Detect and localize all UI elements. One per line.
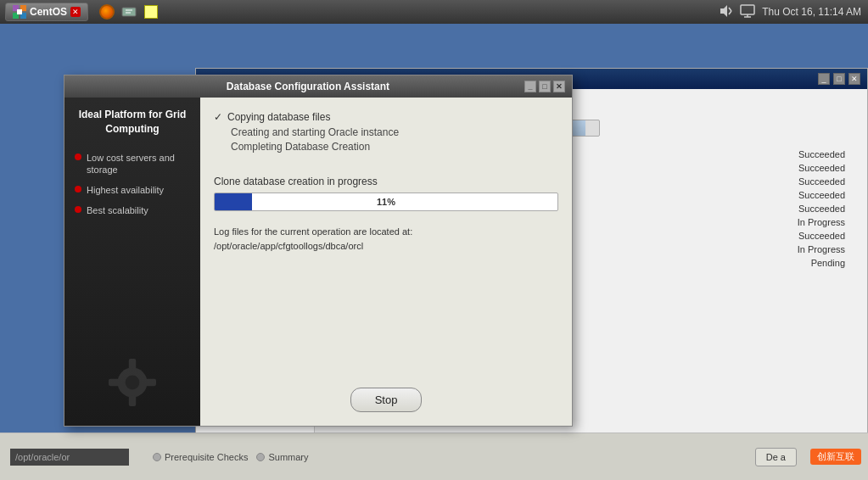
taskbar-app-centos[interactable]: CentOS ✕ xyxy=(5,3,88,21)
bullet-3 xyxy=(75,206,81,213)
volume-icon[interactable] xyxy=(718,3,733,21)
svg-rect-11 xyxy=(741,5,754,14)
bottom-step-summary: Summary xyxy=(256,452,308,462)
dbca-log-line1: Log files for the current operation are … xyxy=(214,225,558,239)
dbca-dialog: Database Configuration Assistant _ □ ✕ I… xyxy=(64,75,573,427)
dbca-minimize-button[interactable]: _ xyxy=(524,81,536,92)
dbca-close-button[interactable]: ✕ xyxy=(553,81,565,92)
desktop: CentOS ✕ xyxy=(0,0,868,480)
dbca-content: Ideal Platform for Grid Computing Low co… xyxy=(64,98,572,426)
taskbar: CentOS ✕ xyxy=(0,0,868,24)
svg-point-28 xyxy=(126,376,140,390)
centos-label: CentOS xyxy=(30,6,67,18)
summary-label: Summary xyxy=(268,452,308,462)
dbca-progress-bar-outer: 11% xyxy=(214,193,558,211)
datetime-label: Thu Oct 16, 11:14 AM xyxy=(762,6,861,18)
dbca-maximize-button[interactable]: □ xyxy=(539,81,551,92)
taskbar-icons xyxy=(98,3,160,20)
centos-close-button[interactable]: ✕ xyxy=(70,7,81,17)
svg-rect-30 xyxy=(129,395,136,406)
dbca-title-buttons: _ □ ✕ xyxy=(524,81,565,92)
bullet-1 xyxy=(75,153,81,160)
dbca-item-1-text: Low cost servers and storage xyxy=(87,152,190,176)
network-icon-btn[interactable] xyxy=(120,3,137,20)
oracle-minimize-button[interactable]: _ xyxy=(818,73,830,85)
dbca-log-section: Log files for the current operation are … xyxy=(214,225,558,253)
taskbar-right: Thu Oct 16, 11:14 AM xyxy=(711,3,868,21)
dbca-sidebar-heading: Ideal Platform for Grid Computing xyxy=(75,108,190,137)
taskbar-left: CentOS ✕ xyxy=(0,3,165,21)
dbca-sidebar-item-1: Low cost servers and storage xyxy=(75,152,190,176)
dbca-sidebar: Ideal Platform for Grid Computing Low co… xyxy=(64,98,200,426)
sidebar-gear-icon xyxy=(103,353,162,412)
summary-circle xyxy=(256,453,265,461)
bottom-path-text: /opt/oracle/or xyxy=(0,449,139,466)
svg-rect-4 xyxy=(17,9,22,14)
svg-rect-31 xyxy=(109,379,120,386)
svg-rect-29 xyxy=(129,359,136,370)
dbca-main: ✓ Copying database files Creating and st… xyxy=(200,98,572,426)
volume-svg xyxy=(718,3,733,19)
prereq-circle xyxy=(153,453,161,461)
dbca-progress-percent: 11% xyxy=(377,197,395,207)
dbca-step-1-label: Copying database files xyxy=(227,111,330,123)
bullet-2 xyxy=(75,186,81,193)
terminal-path[interactable]: /opt/oracle/or xyxy=(10,449,129,466)
prereq-label: Prerequisite Checks xyxy=(165,452,248,462)
dbca-progress-section: Clone database creation in progress 11% xyxy=(214,176,558,218)
de-button[interactable]: De a xyxy=(755,448,797,466)
dbca-title-text: Database Configuration Assistant xyxy=(92,81,524,92)
dbca-item-2-text: Highest availability xyxy=(87,184,164,196)
bottom-steps: Prerequisite Checks Summary xyxy=(139,452,322,462)
bottom-step-prereq: Prerequisite Checks xyxy=(153,452,248,462)
dbca-steps-section: ✓ Copying database files Creating and st… xyxy=(214,111,558,155)
dbca-sidebar-item-3: Best scalability xyxy=(75,204,190,216)
svg-line-9 xyxy=(729,8,731,11)
svg-rect-5 xyxy=(122,8,136,16)
dbca-titlebar: Database Configuration Assistant _ □ ✕ xyxy=(64,75,572,98)
oracle-titlebar-buttons: _ □ ✕ xyxy=(818,73,860,85)
dbca-stop-button-area: Stop xyxy=(214,388,558,412)
oracle-close-button[interactable]: ✕ xyxy=(848,73,860,85)
dbca-item-3-text: Best scalability xyxy=(87,204,148,216)
firefox-icon-btn[interactable] xyxy=(98,3,115,20)
oracle-maximize-button[interactable]: □ xyxy=(833,73,845,85)
screen-svg xyxy=(740,3,755,19)
dbca-step-1-row: ✓ Copying database files xyxy=(214,111,558,123)
dbca-progress-bar-fill xyxy=(215,193,252,210)
note-icon-btn[interactable] xyxy=(143,3,160,20)
watermark-label: 创新互联 xyxy=(810,449,861,465)
svg-line-10 xyxy=(729,11,731,14)
dbca-step-3-label: Completing Database Creation xyxy=(231,141,558,153)
svg-rect-32 xyxy=(145,379,156,386)
stop-button[interactable]: Stop xyxy=(350,388,423,412)
dbca-progress-title: Clone database creation in progress xyxy=(214,176,558,187)
dbca-step-1-check: ✓ xyxy=(214,111,222,123)
dbca-step-2-label: Creating and starting Oracle instance xyxy=(231,126,558,138)
bottom-strip: /opt/oracle/or Prerequisite Checks Summa… xyxy=(0,433,868,480)
svg-marker-8 xyxy=(720,5,727,17)
network-icon xyxy=(121,5,137,19)
dbca-log-line2: /opt/oracle/app/cfgtoollogs/dbca/orcl xyxy=(214,239,558,254)
centos-icon xyxy=(13,5,26,19)
dbca-sidebar-item-2: Highest availability xyxy=(75,184,190,196)
screen-icon[interactable] xyxy=(740,3,755,21)
